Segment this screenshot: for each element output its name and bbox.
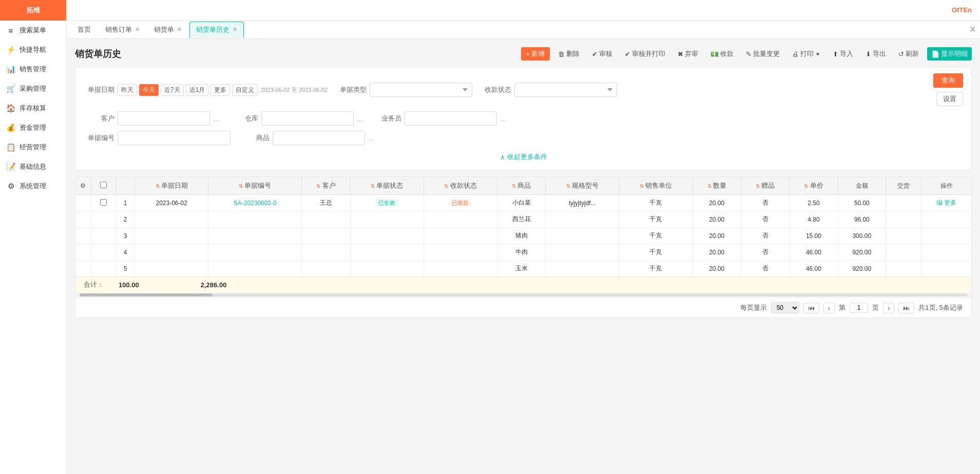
warehouse-dots[interactable]: ... [357, 114, 363, 123]
batch-change-button[interactable]: ✎ 批量变更 [742, 47, 784, 61]
goods-dots[interactable]: ... [368, 134, 374, 142]
horizontal-scrollbar[interactable] [75, 292, 971, 298]
th-gift[interactable]: ⇅ 赠品 [741, 177, 789, 195]
salesperson-input[interactable] [405, 111, 497, 126]
td-goods: 玉米 [497, 261, 545, 277]
doc-type-select[interactable] [370, 83, 472, 97]
sidebar-item-system-mgmt[interactable]: ⚙ 系统管理 [0, 176, 66, 196]
data-table: ⚙ ⇅ 单据日期 ⇅ 单据编号 ⇅ 客户 [75, 177, 971, 276]
sidebar-item-stock-calc[interactable]: 🏠 库存核算 [0, 98, 66, 118]
td-sale-unit: 千克 [619, 228, 693, 244]
export-button[interactable]: ⬇ 导出 [861, 47, 890, 61]
page-number-input[interactable] [850, 303, 868, 313]
new-button[interactable]: + 新增 [521, 47, 550, 61]
warehouse-label: 仓库 [227, 114, 258, 123]
table-row: 2 西兰花 千克 20.00 否 4.80 96.00 [75, 211, 971, 228]
new-icon: + [526, 50, 530, 58]
query-button[interactable]: 查询 [933, 73, 963, 88]
customer-dots[interactable]: ... [213, 114, 219, 123]
th-customer[interactable]: ⇅ 客户 [302, 177, 350, 195]
collapse-bar[interactable]: ∧ 收起更多条件 [84, 150, 963, 164]
collect-status-select[interactable] [514, 83, 617, 97]
more-link[interactable]: 更多 [944, 199, 956, 206]
salesperson-dots[interactable]: ... [500, 114, 506, 123]
import-button[interactable]: ⬆ 导入 [829, 47, 857, 61]
table-footer: 合计： 100.00 2,286.00 [75, 276, 971, 292]
sidebar-item-basic-info[interactable]: 📝 基础信息 [0, 157, 66, 176]
th-doc-date[interactable]: ⇅ 单据日期 [135, 177, 208, 195]
date-btn-7days[interactable]: 近7天 [161, 84, 184, 96]
tab-sales-history[interactable]: 销货单历史 ✕ [189, 22, 244, 38]
date-btn-more[interactable]: 更多 [210, 84, 230, 96]
tab-sales-goods[interactable]: 销货单 ✕ [147, 22, 188, 38]
setting-button[interactable]: 设置 [936, 92, 963, 106]
sidebar-item-purchase-mgmt[interactable]: 🛒 采购管理 [0, 79, 66, 98]
doc-no-input[interactable] [118, 131, 230, 145]
th-collect-status[interactable]: ⇅ 收款状态 [424, 177, 497, 195]
tab-home[interactable]: 首页 [71, 22, 98, 38]
th-settings[interactable]: ⚙ [75, 177, 91, 195]
sidebar-item-operation-mgmt[interactable]: 📋 经营管理 [0, 137, 66, 157]
abandon-button[interactable]: ✖ 弃审 [674, 47, 702, 61]
sidebar-item-quick-nav[interactable]: ⚡ 快捷导航 [0, 40, 66, 60]
doc-no-link[interactable]: SA-20230602-0 [234, 200, 277, 207]
print-button[interactable]: 🖨 打印 ▼ [788, 47, 824, 61]
date-btn-today[interactable]: 今天 [139, 84, 159, 96]
window-close-icon[interactable]: ✕ [969, 25, 976, 34]
customer-input[interactable] [118, 111, 210, 126]
last-page-button[interactable]: ⏭ [898, 303, 914, 313]
td-row-num: 3 [116, 228, 135, 244]
tab-sales-history-close[interactable]: ✕ [233, 26, 237, 33]
date-btn-custom[interactable]: 自定义 [232, 84, 258, 96]
page-title: 销货单历史 [75, 48, 121, 60]
sidebar-item-search-menu[interactable]: ≡ 搜索菜单 [0, 21, 66, 40]
scrollbar-track[interactable] [80, 293, 967, 297]
page-label: 第 [839, 303, 846, 312]
tab-sales-order[interactable]: 销售订单 ✕ [99, 22, 146, 38]
goods-input[interactable] [273, 131, 365, 145]
td-unit-price: 46.00 [790, 261, 838, 277]
select-all-checkbox[interactable] [100, 182, 107, 188]
td-unit-price: 4.80 [790, 211, 838, 228]
th-unit-price[interactable]: ⇅ 单价 [790, 177, 838, 195]
row-checkbox[interactable] [100, 199, 107, 206]
tab-sales-order-close[interactable]: ✕ [135, 26, 140, 33]
date-btn-yesterday[interactable]: 昨天 [118, 84, 137, 96]
footer-label: 合计： [84, 280, 114, 289]
sidebar-item-sales-mgmt[interactable]: 📊 销售管理 [0, 60, 66, 79]
td-gift: 否 [741, 261, 789, 277]
td-spec-type [546, 244, 619, 261]
th-trade: 交货 [886, 177, 921, 195]
th-sale-unit[interactable]: ⇅ 销售单位 [619, 177, 693, 195]
th-quantity[interactable]: ⇅ 数量 [693, 177, 741, 195]
tab-sales-goods-close[interactable]: ✕ [177, 26, 182, 33]
audit-button[interactable]: ✔ 审核 [588, 47, 617, 61]
scrollbar-thumb[interactable] [80, 293, 213, 297]
date-btn-1month[interactable]: 近1月 [186, 84, 209, 96]
th-spec-type[interactable]: ⇅ 规格型号 [546, 177, 619, 195]
edit-link[interactable]: 编 [936, 199, 943, 206]
total-info: 共1页, 5条记录 [918, 303, 963, 312]
audit-print-button[interactable]: ✔ 审核并打印 [621, 47, 669, 61]
table-row: 5 玉米 千克 20.00 否 46.00 920.00 [75, 261, 971, 277]
date-range: 2023-06-02 至 2023-06-02 [261, 86, 328, 94]
delete-button[interactable]: 🗑 删除 [554, 47, 584, 61]
collect-button[interactable]: 💵 收款 [706, 47, 738, 61]
th-doc-status[interactable]: ⇅ 单据状态 [350, 177, 424, 195]
date-filter: 昨天 今天 近7天 近1月 更多 自定义 [118, 84, 258, 96]
th-doc-no[interactable]: ⇅ 单据编号 [208, 177, 302, 195]
sidebar-item-finance-mgmt[interactable]: 💰 资金管理 [0, 118, 66, 137]
td-collect-status: 已收款 [424, 195, 497, 211]
first-page-button[interactable]: ⏮ [803, 303, 819, 313]
td-doc-date [135, 211, 208, 228]
prev-page-button[interactable]: ‹ [823, 303, 835, 313]
display-detail-button[interactable]: 📄 显示明细 [927, 47, 972, 61]
th-goods[interactable]: ⇅ 商品 [497, 177, 545, 195]
per-page-select[interactable]: 50 100 200 [771, 302, 799, 313]
next-page-button[interactable]: › [883, 303, 894, 313]
refresh-button[interactable]: ↺ 刷新 [894, 47, 923, 61]
td-checkbox [91, 261, 116, 277]
td-sale-unit: 千克 [619, 244, 693, 261]
td-row-num: 5 [116, 261, 135, 277]
warehouse-input[interactable] [261, 111, 354, 126]
